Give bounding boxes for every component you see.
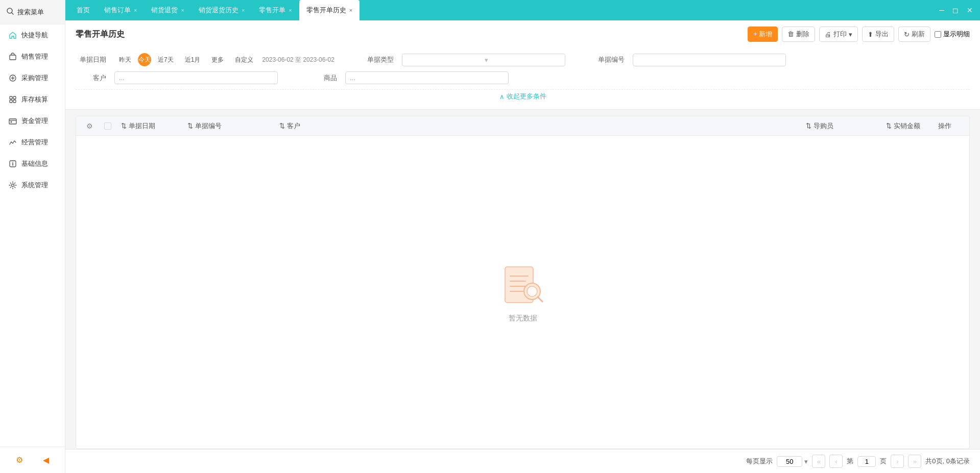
- filter-row-1: 单据日期 昨天 今天 近7天 近1月 更多 自定义 2023-06-02 至 2…: [76, 53, 970, 66]
- page-of-label: 页: [880, 457, 887, 466]
- sidebar-item-label: 快捷导航: [21, 31, 48, 40]
- sidebar-item-label: 采购管理: [21, 73, 48, 83]
- col-billno-sort-icon[interactable]: ⇅: [187, 122, 193, 130]
- svg-line-1: [12, 13, 13, 14]
- system-icon: [8, 181, 17, 190]
- product-ellipsis[interactable]: ...: [350, 74, 504, 82]
- per-page-label: 每页显示: [746, 457, 773, 466]
- settings-icon[interactable]: ⚙: [86, 122, 93, 130]
- svg-point-11: [12, 184, 14, 187]
- col-amount-sort-icon[interactable]: ⇅: [886, 122, 892, 130]
- tab-sales-return-history[interactable]: 销货退货历史 ×: [192, 0, 252, 20]
- svg-rect-7: [13, 100, 16, 103]
- refresh-button[interactable]: ↻ 刷新: [898, 27, 930, 42]
- collapse-icon: ∧: [499, 93, 505, 101]
- minimize-window-button[interactable]: ─: [936, 5, 947, 15]
- tab-sales-return-history-close[interactable]: ×: [242, 7, 245, 13]
- date-range-display: 2023-06-02 至 2023-06-02: [262, 56, 334, 64]
- date-btn-more[interactable]: 更多: [207, 54, 228, 66]
- first-page-button[interactable]: «: [812, 455, 825, 468]
- restore-window-button[interactable]: ◻: [949, 5, 962, 15]
- tab-sales-order[interactable]: 销售订单 ×: [97, 0, 144, 20]
- bill-type-label: 单据类型: [363, 55, 394, 64]
- product-select[interactable]: ...: [345, 71, 509, 84]
- tab-sales-order-close[interactable]: ×: [134, 7, 137, 13]
- date-btn-custom[interactable]: 自定义: [230, 54, 258, 66]
- svg-rect-4: [10, 96, 12, 99]
- sidebar-item-inventory[interactable]: 库存核算: [0, 89, 65, 110]
- tab-retail-open[interactable]: 零售开单 ×: [252, 0, 299, 20]
- settings-footer-button[interactable]: ⚙: [14, 453, 25, 467]
- display-detail-toggle[interactable]: 显示明细: [935, 30, 970, 39]
- customer-select[interactable]: ...: [114, 71, 278, 84]
- page-title-bar: 零售开单历史 + 新增 🗑 删除 🖨 打印 ▾ ⬆ 导出 ↻: [76, 27, 970, 42]
- sidebar-nav: 快捷导航 销售管理 采购管理: [0, 24, 65, 446]
- sidebar-item-label: 基础信息: [21, 159, 48, 168]
- empty-text: 暂无数据: [509, 314, 537, 323]
- export-button[interactable]: ⬆ 导出: [862, 27, 894, 42]
- tab-retail-open-label: 零售开单: [259, 6, 285, 15]
- collapse-filter-button[interactable]: ∧ 收起更多条件: [76, 89, 970, 103]
- page-size-select[interactable]: ▾: [777, 456, 808, 467]
- tab-sales-return[interactable]: 销货退货 ×: [144, 0, 191, 20]
- svg-rect-8: [9, 119, 16, 124]
- date-btn-7days[interactable]: 近7天: [153, 54, 178, 66]
- col-customer-sort-icon[interactable]: ⇅: [279, 122, 285, 130]
- col-amount-label: 实销金额: [894, 121, 920, 131]
- sidebar-item-system[interactable]: 系统管理: [0, 175, 65, 196]
- sidebar-item-sales-mgmt[interactable]: 销售管理: [0, 46, 65, 67]
- col-date-sort-icon[interactable]: ⇅: [121, 122, 127, 130]
- export-label: 导出: [875, 30, 889, 39]
- tab-bar-actions: ─ ◻ ✕: [936, 5, 976, 15]
- prev-page-button[interactable]: ‹: [829, 455, 843, 468]
- home-icon: [8, 31, 17, 40]
- col-salesperson-sort-icon[interactable]: ⇅: [806, 122, 811, 130]
- page-size-dropdown-icon[interactable]: ▾: [804, 458, 808, 465]
- date-btn-yesterday[interactable]: 昨天: [114, 54, 136, 66]
- sidebar-search[interactable]: 搜索菜单: [0, 0, 65, 24]
- sidebar-item-quick-nav[interactable]: 快捷导航: [0, 24, 65, 46]
- current-page-input[interactable]: [857, 456, 876, 467]
- tab-sales-return-close[interactable]: ×: [181, 7, 184, 13]
- last-page-button[interactable]: »: [908, 455, 921, 468]
- finance-icon: [8, 116, 17, 126]
- bill-no-input[interactable]: [633, 54, 786, 66]
- table-container: ⚙ ⇅ 单据日期 ⇅ 单据编号 ⇅ 客户 ⇅: [76, 116, 970, 449]
- col-billno-header: ⇅ 单据编号: [183, 121, 275, 131]
- collapse-sidebar-button[interactable]: ◀: [41, 453, 51, 467]
- bill-type-select[interactable]: ▾: [402, 54, 565, 66]
- close-window-button[interactable]: ✕: [964, 5, 976, 15]
- svg-rect-5: [13, 96, 16, 99]
- main-area: 首页 销售订单 × 销货退货 × 销货退货历史 × 零售开单 × 零售开单历史 …: [65, 0, 980, 473]
- sidebar-item-operations[interactable]: 经营管理: [0, 132, 65, 153]
- tab-retail-history[interactable]: 零售开单历史 ×: [299, 0, 360, 20]
- col-checkbox: [99, 122, 117, 130]
- sidebar-item-basic-info[interactable]: 基础信息: [0, 153, 65, 175]
- page-title: 零售开单历史: [76, 29, 125, 40]
- sidebar: 搜索菜单 快捷导航 销售管理: [0, 0, 65, 473]
- next-page-button[interactable]: ›: [891, 455, 904, 468]
- table-header: ⚙ ⇅ 单据日期 ⇅ 单据编号 ⇅ 客户 ⇅: [76, 116, 969, 136]
- tab-retail-open-close[interactable]: ×: [289, 7, 292, 13]
- add-button[interactable]: + 新增: [748, 27, 778, 42]
- tab-sales-order-label: 销售订单: [104, 6, 131, 15]
- delete-button[interactable]: 🗑 删除: [782, 27, 815, 42]
- customer-ellipsis[interactable]: ...: [119, 74, 273, 82]
- page-size-input[interactable]: [777, 456, 802, 467]
- page-header: 零售开单历史 + 新增 🗑 删除 🖨 打印 ▾ ⬆ 导出 ↻: [65, 20, 980, 110]
- sidebar-item-purchase-mgmt[interactable]: 采购管理: [0, 67, 65, 89]
- tab-home[interactable]: 首页: [69, 0, 97, 20]
- sidebar-item-label: 销售管理: [21, 52, 48, 61]
- next-page-icon: ›: [896, 458, 898, 465]
- svg-point-18: [527, 286, 537, 296]
- page-label: 第: [847, 457, 853, 466]
- select-all-checkbox[interactable]: [104, 122, 111, 130]
- print-button[interactable]: 🖨 打印 ▾: [819, 27, 858, 42]
- date-btn-1month[interactable]: 近1月: [180, 54, 205, 66]
- tab-retail-history-close[interactable]: ×: [349, 7, 352, 13]
- print-dropdown-icon: ▾: [849, 31, 852, 38]
- date-btn-today[interactable]: 今天: [138, 53, 151, 66]
- sidebar-search-label: 搜索菜单: [17, 8, 44, 17]
- display-detail-checkbox[interactable]: [935, 31, 941, 38]
- sidebar-item-finance[interactable]: 资金管理: [0, 110, 65, 132]
